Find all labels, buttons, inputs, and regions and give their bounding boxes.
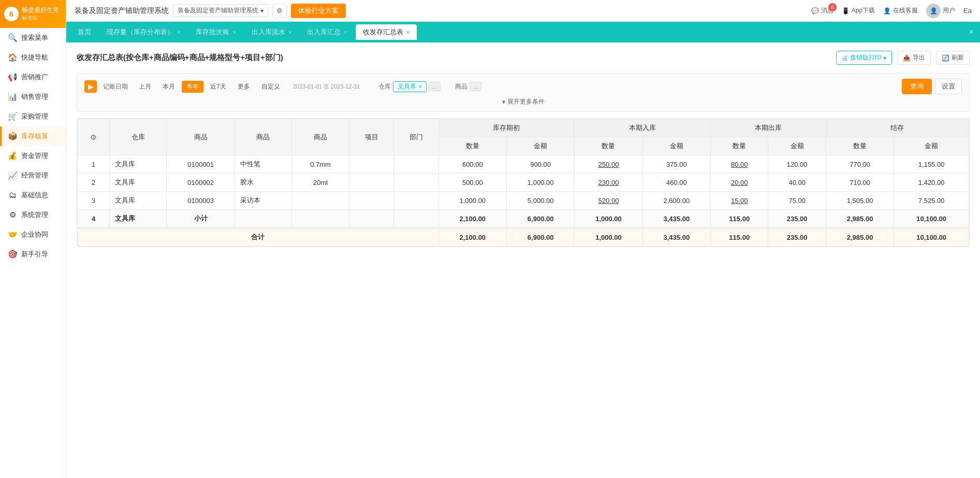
- row-out-amt: 75.00: [768, 192, 826, 210]
- bal-amt-header: 金额: [894, 137, 969, 155]
- warehouse-tag-close-icon[interactable]: ×: [418, 83, 421, 90]
- app-subtitle: 标准版: [22, 15, 59, 22]
- row-out-qty[interactable]: 15.00: [711, 192, 768, 210]
- expand-icon: ▾: [502, 98, 505, 106]
- footer-in-amt: 3,435.00: [642, 228, 710, 247]
- sidebar-item-enterprise[interactable]: 🤝企业协同: [0, 225, 66, 244]
- filter-actions: 查询 设置: [902, 79, 962, 94]
- tabbar-close-btn[interactable]: ×: [969, 27, 974, 37]
- messages-btn[interactable]: 💬 消息 6: [811, 6, 833, 15]
- row-in-qty[interactable]: 520.00: [575, 192, 642, 210]
- code-col-header: 商品: [167, 119, 235, 155]
- tab-label-receive-summary: 收发存汇总表: [363, 27, 403, 37]
- row-bal-amt: 1,155.00: [894, 155, 969, 173]
- sidebar-nav: 🔍搜索菜单🏠快捷导航📢营销推广📊销售管理🛒采购管理📦库存核算💰资金管理📈经营管理…: [0, 28, 66, 478]
- row-code: 0100001: [167, 155, 235, 173]
- date-btn-本月[interactable]: 本月: [158, 81, 180, 93]
- row-warehouse: 文具库: [110, 210, 167, 228]
- tab-close-inout-summary[interactable]: ×: [344, 29, 347, 35]
- row-in-qty[interactable]: 230.00: [575, 173, 642, 192]
- date-filter-group: 上月本月本年近7天更多自定义: [134, 81, 285, 93]
- warehouse-more-btn[interactable]: ...: [429, 82, 441, 91]
- project-col-header: 项目: [349, 119, 394, 155]
- filter-toggle-btn[interactable]: ▶: [84, 80, 97, 93]
- row-spec: 20ml: [291, 173, 349, 192]
- opening-col-header: 库存期初: [438, 119, 575, 137]
- app-download-btn[interactable]: 📱 App下载: [842, 6, 875, 15]
- tab-inventory-dist[interactable]: 现存量（库存分布表）×: [99, 24, 187, 40]
- row-warehouse: 文具库: [110, 155, 167, 173]
- tab-close-inout-flow[interactable]: ×: [288, 29, 291, 35]
- sidebar-icon-finance: 💰: [8, 151, 17, 161]
- experience-btn[interactable]: 体验行业方案: [291, 4, 346, 18]
- sidebar-item-business[interactable]: 📈经营管理: [0, 166, 66, 185]
- table-header-row1: ⚙ 仓库 商品 商品 商品 项目 部门 库存期初 本期入库 本期出库 结存: [78, 119, 969, 137]
- print-btn[interactable]: 🖨 拨销版打印 ▾: [836, 51, 892, 65]
- row-bal-amt: 1,420.00: [894, 173, 969, 192]
- row-out-qty[interactable]: 20.00: [711, 173, 768, 192]
- row-warehouse: 文具库: [110, 173, 167, 192]
- content-area: 收发存汇总表(按仓库+商品编码+商品+规格型号+项目+部门) 🖨 拨销版打印 ▾…: [66, 42, 980, 478]
- warehouse-tag-text: 文具库: [398, 82, 416, 91]
- footer-in-qty: 1,000.00: [575, 228, 642, 247]
- online-service-btn[interactable]: 👤 在线客服: [883, 6, 918, 15]
- expand-more-btn[interactable]: ▾ 展开更多条件: [84, 97, 962, 106]
- tab-close-inventory-dist[interactable]: ×: [177, 29, 180, 35]
- row-out-qty[interactable]: 80.00: [711, 155, 768, 173]
- sidebar-item-finance[interactable]: 💰资金管理: [0, 146, 66, 166]
- row-num: 3: [78, 192, 110, 210]
- row-in-qty[interactable]: 250.00: [575, 155, 642, 173]
- sidebar-item-inventory[interactable]: 📦库存核算: [0, 126, 66, 146]
- date-btn-本年[interactable]: 本年: [182, 81, 203, 93]
- sidebar-label-system: 系统管理: [21, 210, 48, 220]
- row-dept: [394, 192, 438, 210]
- row-project: [349, 192, 394, 210]
- sidebar-item-search[interactable]: 🔍搜索菜单: [0, 28, 66, 48]
- tab-batch[interactable]: 库存批次账×: [188, 24, 243, 40]
- export-btn[interactable]: 📤 导出: [897, 51, 931, 65]
- sidebar-label-basic-info: 基础信息: [21, 191, 48, 200]
- refresh-btn[interactable]: 🔄 刷新: [936, 51, 970, 65]
- user-avatar[interactable]: 👤 用户: [926, 4, 955, 18]
- tab-home[interactable]: 首页: [70, 24, 98, 40]
- topbar: 装备及固定资产辅助管理系统 装备及固定资产辅助管理系统 ▾ ⚙ 体验行业方案 💬…: [66, 0, 980, 22]
- tab-close-receive-summary[interactable]: ×: [406, 29, 409, 35]
- tab-close-batch[interactable]: ×: [232, 29, 236, 35]
- sidebar-item-quick-nav[interactable]: 🏠快捷导航: [0, 48, 66, 67]
- sidebar-item-sales[interactable]: 📊销售管理: [0, 87, 66, 107]
- settings-col-header[interactable]: ⚙: [78, 119, 110, 155]
- refresh-icon: 🔄: [942, 54, 949, 62]
- table-row: 2 文具库 0100002 胶水 20ml 500.00 1,000.00 23…: [78, 173, 969, 192]
- opening-amt-header: 金额: [506, 137, 574, 155]
- tab-inout-summary[interactable]: 出入库汇总×: [300, 24, 354, 40]
- date-btn-更多[interactable]: 更多: [233, 81, 255, 93]
- warehouse-tag[interactable]: 文具库 ×: [393, 81, 426, 92]
- query-btn[interactable]: 查询: [902, 79, 932, 94]
- sidebar-icon-sales: 📊: [8, 92, 17, 102]
- sidebar-icon-quick-nav: 🏠: [8, 53, 17, 62]
- date-btn-上月[interactable]: 上月: [134, 81, 156, 93]
- settings-gear-icon[interactable]: ⚙: [272, 4, 287, 18]
- sidebar-item-basic-info[interactable]: 🗂基础信息: [0, 185, 66, 205]
- sidebar-item-marketing[interactable]: 📢营销推广: [0, 67, 66, 87]
- sidebar-item-guide[interactable]: 🎯新手引导: [0, 244, 66, 264]
- date-btn-近7天[interactable]: 近7天: [206, 81, 231, 93]
- row-in-amt: 2,600.00: [642, 192, 710, 210]
- row-project: [349, 155, 394, 173]
- date-btn-自定义[interactable]: 自定义: [257, 81, 285, 93]
- sidebar-item-purchase[interactable]: 🛒采购管理: [0, 107, 66, 126]
- sidebar-header[interactable]: 6 畅捷通好生意 标准版: [0, 0, 66, 28]
- filter-settings-btn[interactable]: 设置: [935, 79, 962, 94]
- tab-inout-flow[interactable]: 出入库流水×: [244, 24, 299, 40]
- product-more-btn[interactable]: ...: [470, 82, 481, 91]
- main-area: 装备及固定资产辅助管理系统 装备及固定资产辅助管理系统 ▾ ⚙ 体验行业方案 💬…: [66, 0, 980, 478]
- in-qty-header: 数量: [575, 137, 642, 155]
- page-title-bar: 收发存汇总表(按仓库+商品编码+商品+规格型号+项目+部门) 🖨 拨销版打印 ▾…: [77, 51, 970, 65]
- sidebar-item-system[interactable]: ⚙系统管理: [0, 205, 66, 225]
- system-selector[interactable]: 装备及固定资产辅助管理系统 ▾: [173, 4, 268, 17]
- opening-qty-header: 数量: [438, 137, 506, 155]
- table-row: 4 文具库 小计 2,100.00 6,900.00 1,000.00 3,43…: [78, 210, 969, 228]
- row-bal-qty: 710.00: [826, 173, 894, 192]
- tab-receive-summary[interactable]: 收发存汇总表×: [356, 24, 417, 40]
- product-filter: 商品 ...: [455, 82, 481, 91]
